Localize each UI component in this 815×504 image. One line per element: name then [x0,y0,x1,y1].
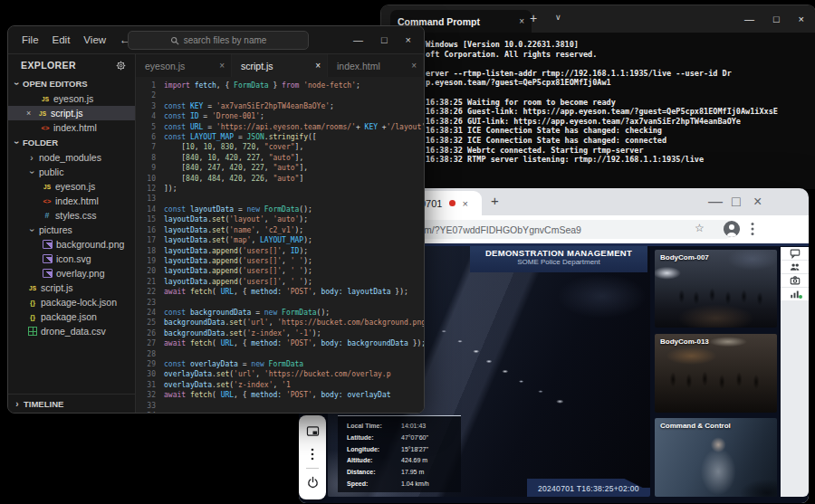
screen-share-icon[interactable] [299,419,326,442]
tab-close-icon[interactable]: × [219,61,225,71]
code-line: 3const KEY = 'ax7vanSiEr2hpTW4eanBaOYe'; [136,101,424,111]
terminal-minimize-button[interactable]: — [744,14,754,24]
code-line: 33 [136,401,424,411]
tab-close-icon[interactable]: × [315,61,321,71]
file-index.html[interactable]: <>index.html [8,194,135,208]
file-overlay.png[interactable]: overlay.png [8,266,135,281]
browser-close-button[interactable]: × [753,188,762,215]
file-styles.css[interactable]: #styles.css [8,208,135,223]
browser-new-tab-button[interactable]: + [491,193,499,208]
browser-maximize-button[interactable]: □ [732,188,741,215]
file-package-lock.json[interactable]: {}package-lock.json [8,295,135,309]
telemetry-row: Altitude:424.69 m [347,455,454,467]
terminal-line: p.eyeson.team/?guest=QeP5cpx81EOMfIj0Aw1 [426,78,815,88]
tile-label: Command & Control [660,422,731,430]
open-editor-eyeson.js[interactable]: JSeyeson.js [8,91,135,106]
code-line: 21layoutData.append('users[]', ' '); [136,277,424,287]
code-line: 32await fetch( URL, { method: 'POST', bo… [136,390,424,400]
terminal-new-tab-button[interactable]: + [530,11,537,25]
power-leave-icon[interactable] [299,471,326,494]
meeting-floating-toolbar [299,415,326,499]
search-placeholder: search files by name [184,35,267,45]
code-line: 13 [136,194,424,204]
file-label: eyeson.js [55,181,95,192]
video-tile-bodycam-007[interactable]: BodyCom-007 [655,250,777,328]
editor-tab-index.html[interactable]: index.html× [328,54,424,77]
code-line: 6const LAYOUT_MAP = JSON.stringify([ [136,132,424,142]
video-tile-bodycam-013[interactable]: BodyCom-013 [655,334,777,413]
section-timeline[interactable]: › TIMELINE [8,394,135,413]
code-line: 12]); [136,184,424,194]
open-editor-index.html[interactable]: <>index.html [8,120,135,135]
snapshot-camera-icon[interactable] [781,274,809,288]
terminal-tab-close-icon[interactable]: × [519,16,524,26]
terminal-line: 16:38:32 RTMP server listening: rtmp://1… [426,155,815,165]
participants-icon[interactable] [781,261,809,274]
editor-tab-script.js[interactable]: script.js× [232,54,328,77]
more-options-kebab-icon[interactable] [299,442,326,466]
file-search-input[interactable]: search files by name [128,31,309,50]
code-line: 20layoutData.append('users[]', ' '); [136,266,424,276]
js-file-icon: JS [41,94,50,103]
telemetry-row: Latitude:47°07'60" [347,433,454,444]
chevron-right-icon: › [28,153,35,163]
file-background.png[interactable]: background.png [8,237,135,252]
tile-label: BodyCom-007 [660,253,709,262]
file-eyeson.js[interactable]: JSeyeson.js [8,179,135,194]
menu-edit[interactable]: Edit [53,34,71,45]
chevron-down-icon: › [12,139,22,147]
file-label: pictures [39,224,72,235]
chat-icon[interactable] [781,247,809,261]
file-label: package.json [41,311,97,322]
gear-icon[interactable] [116,61,126,71]
vscode-maximize-button[interactable]: □ [381,34,388,45]
file-package.json[interactable]: {}package.json [8,309,135,324]
code-line: 18layoutData.append('users[]', ID); [136,246,424,256]
browser-minimize-button[interactable]: — [708,188,723,215]
code-line: 8 [840, 10, 420, 227, "auto"], [136,153,424,163]
video-header-banner: DEMONSTRATION MANAGEMENT SOME Police Dep… [470,246,647,272]
code-line: 16layoutData.set('name', 'c2_v1'); [136,225,424,235]
code-line: 17layoutData.set('map', LAYOUT_MAP); [136,235,424,245]
terminal-dropdown-icon[interactable]: ∨ [555,13,561,22]
code-line: 34 [136,411,424,413]
code-editor[interactable]: 1import fetch, { FormData } from 'node-f… [136,77,424,413]
editor-tab-eyeson.js[interactable]: eyeson.js× [136,54,232,77]
bookmark-star-icon[interactable]: ☆ [695,222,705,234]
section-folder[interactable]: › FOLDER [8,135,135,150]
tab-close-icon[interactable]: × [411,61,417,71]
menu-file[interactable]: File [22,34,39,45]
browser-tab-close-icon[interactable]: × [462,198,467,209]
address-bar[interactable]: m/?YE07wddFIDHGObYgnvCmSea9 [379,220,735,239]
file-label: overlay.png [56,268,105,279]
tab-label: eyeson.js [145,61,185,71]
code-line: 10 [840, 484, 420, 226, "auto"] [136,174,424,184]
search-icon [170,36,179,45]
code-line: 5const URL = 'https://api.eyeson.team/ro… [136,122,424,132]
terminal-maximize-button[interactable]: □ [773,14,780,24]
video-tile-command-control[interactable]: Command & Control [655,418,777,497]
json-file-icon: {} [28,312,37,321]
profile-avatar[interactable] [724,221,740,241]
browser-menu-kebab-icon[interactable] [751,222,754,240]
code-line: 25backgroundData.set('url', 'https://buc… [136,318,424,328]
vscode-minimize-button[interactable]: — [353,34,363,45]
terminal-close-button[interactable]: × [799,14,804,24]
open-editor-script.js[interactable]: ×JSscript.js [8,106,135,120]
menu-view[interactable]: View [83,34,106,45]
vscode-close-button[interactable]: × [406,34,411,45]
folder-public[interactable]: ›public [8,165,135,179]
tab-label: index.html [337,61,380,71]
connection-stats-icon[interactable] [781,288,809,300]
close-icon[interactable]: × [26,109,34,118]
file-drone_data.csv[interactable]: drone_data.csv [8,324,135,338]
file-script.js[interactable]: JSscript.js [8,281,135,295]
code-line: 28 [136,349,424,359]
section-open-editors[interactable]: › OPEN EDITORS [8,76,135,91]
img-file-icon [43,269,53,278]
telemetry-row: Distance:17.95 m [347,467,454,479]
file-icon.svg[interactable]: icon.svg [8,252,135,266]
folder-node_modules[interactable]: ›node_modules [8,150,135,165]
folder-pictures[interactable]: ›pictures [8,223,135,237]
file-label: script.js [41,282,73,293]
